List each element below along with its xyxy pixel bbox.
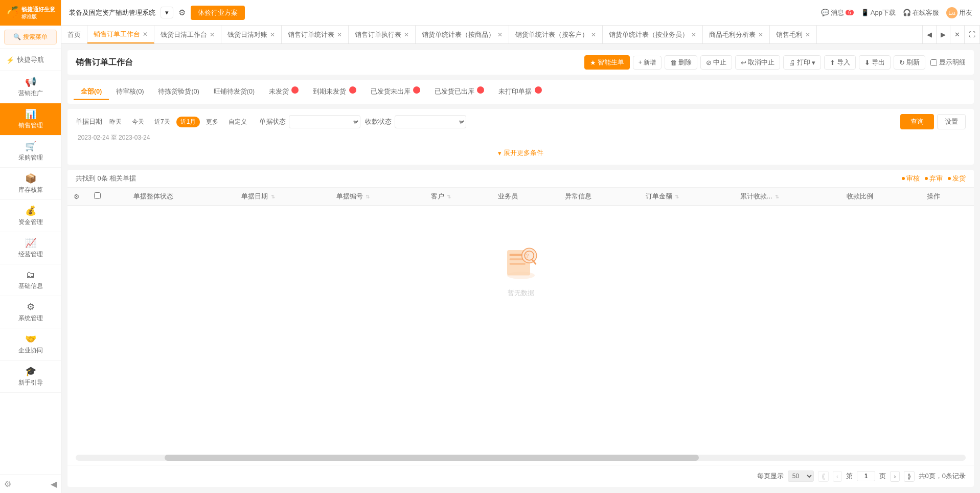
tab-close-sales-order-exec[interactable]: ✕ bbox=[404, 31, 409, 38]
filter-tab-not-shipped[interactable]: 未发货 bbox=[262, 84, 306, 100]
cancel-suspend-button[interactable]: ↩ 取消中止 bbox=[735, 55, 780, 70]
filter-tab-pending-review[interactable]: 待审核(0) bbox=[109, 84, 151, 100]
filter-tab-shipped-not-out[interactable]: 已发货未出库 bbox=[363, 84, 427, 100]
batch-audit-button[interactable]: 审核 bbox=[902, 174, 920, 183]
th-date[interactable]: 单据日期 ⇅ bbox=[235, 188, 330, 206]
date-opt-yesterday[interactable]: 昨天 bbox=[105, 117, 126, 127]
filter-tab-shipped-out[interactable]: 已发货已出库 bbox=[427, 84, 491, 100]
sidebar-collapse-button[interactable]: ◀ bbox=[51, 479, 57, 489]
sidebar-settings-button[interactable]: ⚙ bbox=[4, 479, 11, 489]
select-all-checkbox[interactable] bbox=[94, 192, 101, 199]
date-opt-custom[interactable]: 自定义 bbox=[224, 117, 251, 127]
filter-tab-all[interactable]: 全部(0) bbox=[74, 84, 109, 100]
last-page-button[interactable]: ⟫ bbox=[904, 471, 915, 482]
tab-sales-order-stats[interactable]: 销售订单统计表 ✕ bbox=[282, 26, 349, 43]
tab-sales-order-workbench[interactable]: 销售订单工作台 ✕ bbox=[87, 26, 154, 43]
settings-button[interactable]: 设置 bbox=[937, 114, 966, 129]
tab-close-sales-stats-staff[interactable]: ✕ bbox=[691, 31, 696, 38]
search-menu-button[interactable]: 🔍 搜索菜单 bbox=[4, 30, 57, 44]
message-button[interactable]: 💬 消息 6 bbox=[821, 8, 854, 17]
sidebar-item-operation[interactable]: 📈 经营管理 bbox=[0, 232, 61, 264]
sidebar-item-sales[interactable]: 📊 销售管理 bbox=[0, 103, 61, 136]
smart-create-button[interactable]: ★ 智能生单 bbox=[584, 55, 630, 70]
date-opt-7days[interactable]: 近7天 bbox=[150, 117, 174, 127]
delete-button[interactable]: 🗑 删除 bbox=[665, 55, 697, 70]
import-button[interactable]: ⬆ 导入 bbox=[824, 55, 856, 70]
query-button[interactable]: 查询 bbox=[900, 114, 934, 129]
add-button[interactable]: + 新增 bbox=[633, 56, 662, 70]
expand-conditions-button[interactable]: ▾ 展开更多条件 bbox=[76, 146, 966, 160]
status-filter: 单据状态 ▾ bbox=[259, 115, 357, 128]
sidebar-item-basic[interactable]: 🗂 基础信息 bbox=[0, 264, 61, 296]
online-service-button[interactable]: 🎧 在线客服 bbox=[903, 8, 939, 17]
experience-btn[interactable]: 体验行业方案 bbox=[191, 6, 245, 20]
th-amount[interactable]: 订单金额 ⇅ bbox=[640, 188, 734, 206]
tab-fullscreen-button[interactable]: ⛶ bbox=[965, 26, 980, 43]
not-shipped-badge bbox=[291, 86, 299, 94]
th-status: 单据整体状态 bbox=[127, 188, 236, 206]
tab-sales-stats-product[interactable]: 销货单统计表（按商品） ✕ bbox=[416, 26, 509, 43]
tab-close-sales-order-stats[interactable]: ✕ bbox=[337, 31, 342, 38]
batch-anti-audit-button[interactable]: 弃审 bbox=[925, 174, 943, 183]
print-icon: 🖨 bbox=[789, 59, 795, 66]
date-opt-more[interactable]: 更多 bbox=[202, 117, 222, 127]
sidebar-item-system[interactable]: ⚙ 系统管理 bbox=[0, 296, 61, 328]
tab-sales-stats-customer[interactable]: 销货单统计表（按客户） ✕ bbox=[509, 26, 603, 43]
tab-cash-reconcile[interactable]: 钱货日清对账 ✕ bbox=[221, 26, 282, 43]
sidebar-item-finance[interactable]: 💰 资金管理 bbox=[0, 200, 61, 232]
next-page-button[interactable]: › bbox=[890, 471, 899, 482]
tab-sales-order-exec[interactable]: 销售订单执行表 ✕ bbox=[349, 26, 416, 43]
column-settings-icon[interactable]: ⚙ bbox=[74, 193, 80, 200]
th-collected[interactable]: 累计收款... ⇅ bbox=[734, 188, 840, 206]
per-page-select[interactable]: 50 10 20 100 bbox=[788, 470, 814, 482]
tab-sales-profit[interactable]: 销售毛利 ✕ bbox=[770, 26, 817, 43]
quick-nav-item[interactable]: ⚡ 快捷导航 bbox=[4, 52, 57, 68]
page-number-input[interactable] bbox=[857, 471, 875, 481]
prev-page-button[interactable]: ‹ bbox=[833, 471, 842, 482]
refresh-button[interactable]: ↻ 刷新 bbox=[894, 55, 925, 70]
system-dropdown-button[interactable]: ▾ bbox=[161, 7, 173, 18]
tab-close-cash-reconcile[interactable]: ✕ bbox=[270, 31, 275, 38]
tab-close-sales-profit[interactable]: ✕ bbox=[805, 31, 810, 38]
filter-tab-wangpu-pending[interactable]: 旺铺待发货(0) bbox=[207, 84, 262, 100]
export-button[interactable]: ⬇ 导出 bbox=[859, 55, 891, 70]
tab-close-product-margin[interactable]: ✕ bbox=[758, 31, 763, 38]
sidebar-item-marketing[interactable]: 📢 营销推广 bbox=[0, 71, 61, 103]
filter-tab-pending-inspect[interactable]: 待拣货验货(0) bbox=[151, 84, 206, 100]
tab-home[interactable]: 首页 bbox=[61, 26, 87, 43]
user-button[interactable]: Ea 用友 bbox=[946, 7, 972, 18]
suspend-button[interactable]: ⊘ 中止 bbox=[700, 55, 732, 70]
tab-scroll-left-button[interactable]: ◀ bbox=[923, 26, 937, 43]
filter-tab-overdue-not-shipped[interactable]: 到期未发货 bbox=[306, 84, 363, 100]
tab-close-cash-daily[interactable]: ✕ bbox=[210, 31, 215, 38]
tab-product-margin[interactable]: 商品毛利分析表 ✕ bbox=[703, 26, 770, 43]
show-detail-checkbox[interactable]: 显示明细 bbox=[930, 58, 966, 67]
payment-select[interactable] bbox=[395, 115, 466, 128]
sidebar-item-guide[interactable]: 🎓 新手引导 bbox=[0, 361, 61, 393]
tab-close-all-button[interactable]: ✕ bbox=[950, 26, 965, 43]
tab-cash-daily[interactable]: 钱货日清工作台 ✕ bbox=[154, 26, 221, 43]
th-salesperson: 业务员 bbox=[492, 188, 559, 206]
show-detail-input[interactable] bbox=[930, 59, 937, 66]
tab-scroll-right-button[interactable]: ▶ bbox=[937, 26, 950, 43]
tab-sales-stats-staff[interactable]: 销货单统计表（按业务员） ✕ bbox=[603, 26, 703, 43]
sidebar-item-enterprise[interactable]: 🤝 企业协同 bbox=[0, 328, 61, 361]
status-select[interactable] bbox=[289, 115, 360, 128]
th-customer[interactable]: 客户 ⇅ bbox=[425, 188, 492, 206]
filter-tab-not-printed[interactable]: 未打印单据 bbox=[491, 84, 549, 100]
first-page-button[interactable]: ⟪ bbox=[818, 471, 829, 482]
horizontal-scrollbar[interactable] bbox=[76, 455, 966, 461]
tab-close-sales-order-workbench[interactable]: ✕ bbox=[143, 31, 148, 38]
print-button[interactable]: 🖨 打印 ▾ bbox=[783, 55, 821, 70]
batch-deliver-button[interactable]: 发货 bbox=[948, 174, 966, 183]
sidebar-item-inventory[interactable]: 📦 库存核算 bbox=[0, 168, 61, 200]
scrollbar-thumb[interactable] bbox=[165, 455, 699, 461]
date-opt-today[interactable]: 今天 bbox=[128, 117, 148, 127]
sidebar-item-purchase[interactable]: 🛒 采购管理 bbox=[0, 136, 61, 168]
tab-close-sales-stats-product[interactable]: ✕ bbox=[497, 31, 503, 38]
th-number[interactable]: 单据编号 ⇅ bbox=[330, 188, 425, 206]
topbar-gear-button[interactable]: ⚙ bbox=[178, 8, 186, 17]
tab-close-sales-stats-customer[interactable]: ✕ bbox=[591, 31, 596, 38]
app-download-button[interactable]: 📱 App下载 bbox=[861, 8, 896, 17]
date-opt-1month[interactable]: 近1月 bbox=[176, 117, 200, 127]
